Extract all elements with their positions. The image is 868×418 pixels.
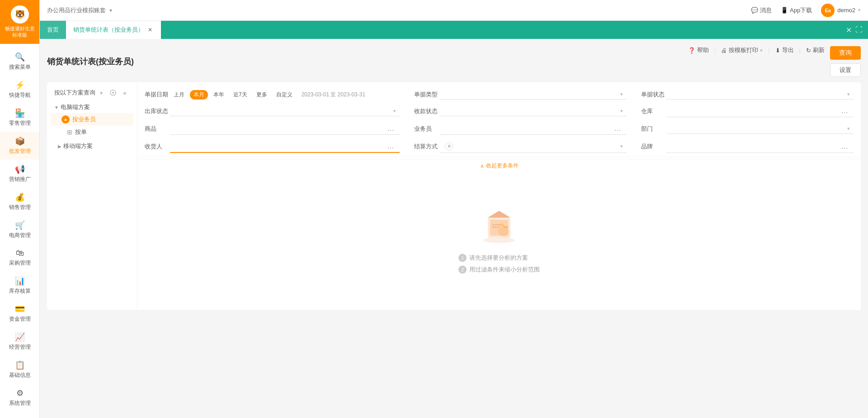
sidebar-item-retail[interactable]: 🏪 零售管理 (0, 104, 39, 132)
system-icon: ⚙ (16, 388, 24, 398)
date-range: 2023-03-01 至 2023-03-31 (302, 91, 365, 99)
empty-tips: 1 请先选择要分析的方案 2 用过滤条件来缩小分析范围 (458, 254, 540, 274)
scheme-group-mobile: ▶ 移动端方案 (51, 140, 133, 152)
scheme-group-pc-title: 电脑端方案 (61, 103, 90, 111)
search-icon: 🔍 (15, 52, 25, 62)
tab-home[interactable]: 首页 (40, 21, 66, 39)
date-tab-last-month[interactable]: 上月 (170, 90, 188, 100)
settlement-dropdown-icon: ▾ (620, 143, 623, 149)
doc-type-select[interactable]: ▾ (439, 90, 627, 100)
out-status-label: 出库状态 (145, 107, 170, 115)
refresh-button[interactable]: ↻ 刷新 (806, 46, 825, 54)
salesperson-input[interactable]: … (439, 123, 627, 135)
help-button[interactable]: ❓ 帮助 (688, 46, 709, 54)
scheme-group-pc: ▼ 电脑端方案 ● 按业务员 ⊞ 按单 (51, 101, 133, 138)
brand-input[interactable]: … (666, 141, 854, 153)
sidebar-item-operation[interactable]: 📈 经营管理 (0, 328, 39, 356)
doc-status-select[interactable]: ▾ (666, 90, 854, 100)
brand-ellipsis[interactable]: … (839, 142, 850, 151)
export-icon: ⬇ (775, 47, 780, 54)
retail-icon: 🏪 (15, 108, 25, 118)
scheme-order-icon: ⊞ (67, 128, 72, 136)
scheme-edit-button[interactable] (108, 88, 118, 98)
tip-num-1: 1 (458, 254, 467, 262)
scheme-group-mobile-header[interactable]: ▶ 移动端方案 (51, 140, 133, 152)
warehouse-input[interactable]: … (666, 105, 854, 117)
marketing-icon: 📢 (15, 164, 25, 174)
filter-receiver: 收货人 … (145, 140, 400, 153)
breadcrumb: 办公用品行业模拟账套 (47, 6, 106, 14)
receiver-ellipsis[interactable]: … (385, 142, 396, 150)
sidebar-item-corp[interactable]: 🤝 企业协同 (0, 412, 39, 418)
page-title-actions: ❓ 帮助 | 🖨 按模板打印 ▾ | ⬇ 导出 (688, 46, 825, 54)
tab-close-all-icon[interactable]: ✕ (846, 26, 852, 34)
receipt-status-select[interactable]: ▾ (439, 106, 627, 116)
avatar: Ea (821, 4, 835, 17)
sidebar-item-finance[interactable]: 💳 资金管理 (0, 299, 39, 328)
svg-rect-7 (492, 224, 501, 225)
operation-icon: 📈 (15, 332, 25, 342)
date-tab-custom[interactable]: 自定义 (273, 90, 296, 100)
settlement-select[interactable]: ✕ ▾ (439, 141, 627, 153)
dept-select[interactable]: ▾ (666, 124, 854, 134)
print-button[interactable]: 🖨 按模板打印 ▾ (721, 46, 763, 54)
receipt-status-label: 收款状态 (414, 107, 439, 115)
tab-expand-icon[interactable]: ⛶ (855, 26, 863, 34)
sidebar-item-inventory[interactable]: 📊 库存核算 (0, 271, 39, 299)
collapse-icon: ∧ (480, 163, 484, 169)
filter-settlement: 结算方式 ✕ ▾ (414, 141, 627, 153)
filter-row-3: 商品 … 业务员 … (145, 123, 854, 135)
scheme-salesperson-icon: ● (61, 115, 70, 124)
inventory-icon: 📊 (15, 276, 25, 286)
goods-ellipsis[interactable]: … (385, 124, 396, 133)
help-icon: ❓ (688, 47, 695, 54)
date-tab-more[interactable]: 更多 (253, 90, 271, 100)
app-download-button[interactable]: 📱 App下载 (781, 6, 812, 14)
scheme-add-button[interactable]: + (96, 88, 106, 98)
tab-sales-stat[interactable]: 销货单统计表（按业务员） ✕ (66, 21, 161, 39)
sidebar-item-sales[interactable]: 💰 销售管理 (0, 188, 39, 216)
setting-button[interactable]: 设置 (830, 63, 861, 77)
sidebar-item-ecommerce[interactable]: 🛒 电商管理 (0, 216, 39, 244)
out-status-select[interactable]: ▾ (170, 106, 400, 116)
receiver-input[interactable]: … (170, 140, 400, 153)
logo-area[interactable]: 🐯 畅捷通好生意 标准版 (0, 0, 39, 44)
sidebar-item-search[interactable]: 🔍 搜索菜单 (0, 48, 39, 76)
date-tab-this-year[interactable]: 本年 (210, 90, 228, 100)
tab-bar-right: ✕ ⛶ (846, 26, 868, 34)
date-tab-7days[interactable]: 近7天 (230, 90, 251, 100)
date-tab-this-month[interactable]: 本月 (190, 90, 208, 100)
separator2: | (768, 47, 769, 54)
date-filter: 上月 本月 本年 近7天 更多 自定义 2023-03-01 至 2023-03… (170, 90, 400, 100)
salesperson-ellipsis[interactable]: … (612, 124, 623, 133)
logo-icon: 🐯 (11, 5, 29, 24)
sidebar-item-quicknav[interactable]: ⚡ 快捷导航 (0, 76, 39, 104)
message-button[interactable]: 💬 消息 (751, 6, 772, 14)
scheme-collapse-button[interactable]: « (120, 88, 130, 98)
query-button[interactable]: 查询 (830, 46, 861, 60)
scheme-item-salesperson[interactable]: ● 按业务员 (51, 113, 133, 126)
sidebar-item-system[interactable]: ⚙ 系统管理 (0, 384, 39, 412)
filter-section: 单据日期 上月 本月 本年 近7天 更多 自定义 (137, 82, 861, 157)
settlement-clear-button[interactable]: ✕ (445, 142, 453, 151)
tab-bar: 首页 销货单统计表（按业务员） ✕ ✕ ⛶ (40, 21, 868, 39)
sidebar-item-wholesale[interactable]: 📦 批发管理 (0, 132, 39, 160)
receiver-label: 收货人 (145, 142, 170, 151)
sidebar-item-purchase[interactable]: 🛍 采购管理 (0, 244, 39, 271)
tab-close-icon[interactable]: ✕ (146, 26, 154, 33)
breadcrumb-dropdown-icon[interactable]: ▾ (109, 7, 112, 14)
scheme-group-pc-header[interactable]: ▼ 电脑端方案 (51, 101, 133, 113)
goods-input[interactable]: … (170, 123, 400, 135)
filter-doc-type: 单据类型 ▾ (414, 90, 627, 100)
svg-point-6 (498, 226, 509, 237)
scheme-panel-header: 按以下方案查询 + « (51, 86, 133, 100)
user-menu[interactable]: Ea demo2 ▾ (821, 4, 861, 17)
scheme-item-order[interactable]: ⊞ 按单 (51, 126, 133, 138)
sidebar-item-basic[interactable]: 📋 基础信息 (0, 356, 39, 384)
export-button[interactable]: ⬇ 导出 (775, 46, 794, 54)
sidebar-item-marketing[interactable]: 📢 营销推广 (0, 160, 39, 188)
warehouse-ellipsis[interactable]: … (839, 107, 850, 115)
scheme-panel-actions: + « (96, 88, 130, 98)
collapse-more-button[interactable]: ∧ 收起更多条件 (137, 159, 861, 172)
header-right: 💬 消息 📱 App下载 Ea demo2 ▾ (751, 4, 861, 17)
